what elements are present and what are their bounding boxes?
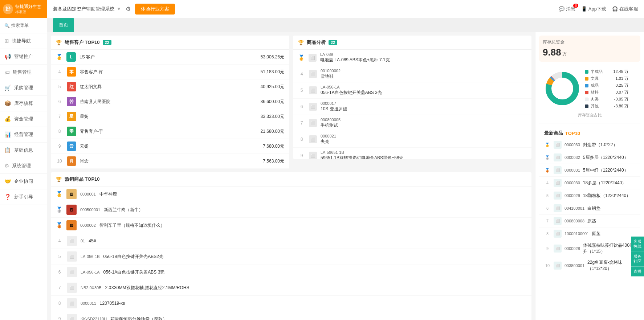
app-download-button[interactable]: 📱 App下载 xyxy=(581,6,606,12)
headset-icon: 🎧 xyxy=(612,6,618,12)
sidebar-item-sales[interactable]: 🏷 销售管理 xyxy=(0,65,47,80)
scroll-prod-row: 5 ⬜ LA-056-1A 056-1A白色按键开关盖ABS 3壳 xyxy=(293,82,531,99)
sidebar-item-purchase[interactable]: 🛒 采购管理 xyxy=(0,80,47,96)
message-icon: 💬 xyxy=(559,6,564,12)
hot-product-row: 🥇 🖼 0000001 中华神鹿 xyxy=(51,186,531,202)
message-button[interactable]: 💬 消息 6 xyxy=(559,6,575,12)
customer-avatar: 云 xyxy=(67,141,76,151)
trial-button[interactable]: 体验行业方案 xyxy=(135,4,175,15)
prod-img: ⬜ xyxy=(309,54,317,62)
service-community-button[interactable]: 服务 社区 xyxy=(631,251,644,267)
dropdown-icon[interactable]: ▼ xyxy=(117,6,121,12)
customer-avatar: 红 xyxy=(67,82,76,91)
new-prod-img: ⬜ xyxy=(554,245,562,253)
hot-product-row: 8 ⬜ 0000011 12070519-xs xyxy=(51,296,531,311)
customer-avatar: 苦 xyxy=(67,97,76,106)
donut-chart xyxy=(544,70,580,108)
system-icon: ⚙ xyxy=(4,163,9,169)
legend-color-icon xyxy=(585,98,588,101)
search-icon: 🔍 xyxy=(4,23,10,28)
legend-color-icon xyxy=(585,91,588,94)
logo-icon: 好 xyxy=(3,4,13,14)
scroll-products-badge: 22 xyxy=(329,40,337,45)
trophy-icon: 🏆 xyxy=(56,40,62,45)
sidebar-item-quick-nav[interactable]: ⊞ 快捷导航 xyxy=(0,33,47,49)
product-image: ⬜ xyxy=(67,267,77,277)
scroll-products-header: 🏆 商品分析 22 xyxy=(293,36,531,50)
inventory-icon: 📦 xyxy=(4,100,11,107)
right-panel: 库存总资金 9.88 万 xyxy=(535,32,644,320)
scroll-prod-row: 9 ⬜ LA-59651-1B 59651-1B旋转投影灯电池盒ABS黑色+58… xyxy=(293,148,531,159)
product-image: ⬜ xyxy=(67,251,77,262)
customer-row: 8 零 零售客户-于 21,680.00元 xyxy=(51,124,289,139)
top-section: 🏆 销售客户 TOP10 22 🥇 L LS 客户 53,006.26元 xyxy=(47,32,535,169)
new-prod-img: ⬜ xyxy=(554,204,562,212)
prod-img: ⬜ xyxy=(309,119,317,127)
product-image: ⬜ xyxy=(67,283,77,293)
new-prod-img: ⬜ xyxy=(554,166,562,174)
new-prod-img: ⬜ xyxy=(554,217,562,225)
customer-avatar: L xyxy=(66,52,76,62)
newest-product-row: 4 ⬜ 0000030 18多层（1220*2440） xyxy=(539,177,640,189)
customer-row: 5 红 红太阳文具 40,925.00元 xyxy=(51,79,289,94)
hot-product-row: 🥉 🖼 0000002 智利车子里（规格不知道填什么） xyxy=(51,218,531,233)
sidebar-item-operations[interactable]: 📊 经营管理 xyxy=(0,127,47,143)
inventory-title: 库存总资金 xyxy=(543,39,637,45)
tab-home[interactable]: 首页 xyxy=(53,18,74,32)
customer-row: 9 云 云扬 7,680.00元 xyxy=(51,139,289,154)
topbar: 装备及固定资产辅助管理系统 ▼ ⚙ 体验行业方案 💬 消息 6 📱 App下载 … xyxy=(47,0,644,18)
legend-item: 材料 0.07 万 xyxy=(585,90,628,95)
operations-icon: 📊 xyxy=(4,131,11,138)
sidebar-search[interactable]: 🔍 搜索菜单 xyxy=(0,18,47,33)
customer-row: 4 零 零售客户-许 51,183.00元 xyxy=(51,65,289,79)
legend-item: 其他 -3.86 万 xyxy=(585,103,628,109)
sales-icon: 🏷 xyxy=(4,69,10,75)
topbar-right: 💬 消息 6 📱 App下载 🎧 在线客服 xyxy=(559,6,638,12)
sidebar-item-system[interactable]: ⚙ 系统管理 xyxy=(0,158,47,174)
newest-product-row: 🥈 ⬜ 0000032 5厘多层（1220*2440） xyxy=(539,151,640,164)
online-service-button[interactable]: 🎧 在线客服 xyxy=(612,6,638,12)
customer-service-button[interactable]: 客服 热线 xyxy=(631,237,644,252)
legend-item: 肉类 -0.05 万 xyxy=(585,97,628,102)
direct-station-button[interactable]: 直播 xyxy=(631,267,644,276)
marketing-icon: 📢 xyxy=(4,53,11,60)
base-info-icon: 📋 xyxy=(4,147,11,153)
purchase-icon: 🛒 xyxy=(4,85,11,91)
sidebar-item-guide[interactable]: ❓ 新手引导 xyxy=(0,189,47,205)
hot-product-row: 🥈 🖼 000500001 新西兰牛肉（新牛） xyxy=(51,202,531,218)
inventory-total-card: 库存总资金 9.88 万 xyxy=(539,36,640,62)
hot-product-row: 5 ⬜ LA-056-1B 056-1B白色按键开关壳ABS2壳 xyxy=(51,249,531,264)
guide-icon: ❓ xyxy=(4,194,11,200)
customer-avatar: 零 xyxy=(67,127,76,136)
divider xyxy=(539,123,640,123)
cooperation-icon: 🤝 xyxy=(4,178,11,185)
hot-product-row: 9 ⬜ KK-SD22110H 花语萌恒温分娩睡袋（厚款） xyxy=(51,311,531,320)
new-prod-img: ⬜ xyxy=(554,230,562,238)
float-buttons: 客服 热线 服务 社区 直播 xyxy=(631,237,644,276)
sidebar-item-base-info[interactable]: 📋 基础信息 xyxy=(0,143,47,158)
sidebar-item-finance[interactable]: 💰 资金管理 xyxy=(0,111,47,127)
customer-row: 🥇 L LS 客户 53,006.26元 xyxy=(51,50,289,65)
newest-product-row: 🥇 ⬜ 0000033 封边带（1.0*22） xyxy=(539,139,640,151)
medal-icon: 🥈 xyxy=(56,206,63,213)
customers-panel: 🏆 销售客户 TOP10 22 🥇 L LS 客户 53,006.26元 xyxy=(47,32,291,169)
scroll-prod-row: 8 ⬜ 0000021 夹壳 xyxy=(293,131,531,148)
legend-color-icon xyxy=(585,84,588,87)
sidebar-item-marketing[interactable]: 📢 营销推广 xyxy=(0,49,47,65)
prod-img: ⬜ xyxy=(309,86,317,94)
newest-product-row: 9 ⬜ 0000028 体碱嘉枝味苏打饮品400毫升（1*15） xyxy=(539,240,640,257)
newest-product-row: 7 ⬜ 000800008 原茎 xyxy=(539,215,640,227)
customer-avatar: 零 xyxy=(67,67,76,77)
sidebar-item-inventory[interactable]: 📦 库存核算 xyxy=(0,96,47,111)
home-icon: ⊞ xyxy=(4,38,9,44)
sidebar-item-cooperation[interactable]: 🤝 企业协同 xyxy=(0,174,47,189)
app-logo: 好 畅捷通好生意 标准版 xyxy=(0,0,47,18)
finance-icon: 💰 xyxy=(4,116,11,122)
content-area: 🏆 销售客户 TOP10 22 🥇 L LS 客户 53,006.26元 xyxy=(47,32,644,320)
product-image: ⬜ xyxy=(67,298,77,308)
new-prod-img: ⬜ xyxy=(554,153,562,161)
inventory-legend: 半成品 12.45 万 文具 1.01 万 成品 0.25 万 xyxy=(585,69,628,109)
newest-product-row: 10 ⬜ 003800001 22g鱼豆腐-烧烤味（1*12*20） xyxy=(539,257,640,274)
inventory-sub-label: 库存资金占比 xyxy=(539,112,640,121)
settings-icon[interactable]: ⚙ xyxy=(126,5,131,12)
